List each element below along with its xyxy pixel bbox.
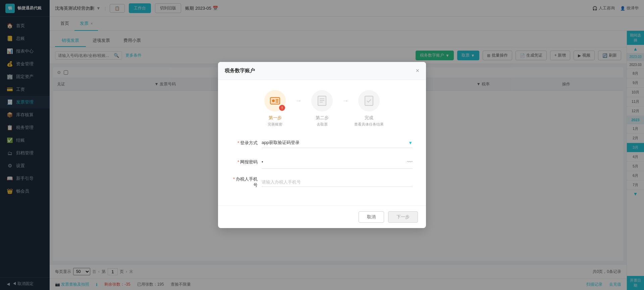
step-1-icon (269, 95, 281, 107)
login-method-value: app获取验证码登录 (262, 140, 300, 146)
step-2-title: 第二步 (316, 115, 329, 121)
modal-header: 税务数字账户 × (218, 62, 426, 80)
toggle-password-icon[interactable]: 〰 (407, 159, 413, 165)
password-field-wrap: 〰 (262, 155, 413, 169)
step-1-icon-wrap: ! (264, 90, 286, 112)
tax-digital-modal: 税务数字账户 × (218, 62, 426, 228)
modal-close-button[interactable]: × (416, 67, 419, 74)
steps-area: ! 第一步 完善账密 → (231, 90, 413, 127)
svg-rect-11 (365, 96, 373, 105)
login-method-select[interactable]: app获取验证码登录 ▼ (262, 138, 413, 148)
step-2: 第二步 去取票 (302, 90, 342, 127)
modal-footer: 取消 下一步 (218, 206, 426, 228)
step-3-icon-wrap (358, 90, 380, 112)
step-1-desc: 完善账密 (268, 122, 282, 127)
step-3-icon (363, 95, 375, 107)
step-1-badge: ! (279, 105, 285, 111)
step-arrow-1: → (295, 90, 302, 104)
login-method-label: 登录方式 (231, 140, 262, 146)
svg-point-2 (272, 99, 275, 102)
modal-overlay: 税务数字账户 × (0, 0, 644, 290)
modal-title: 税务数字账户 (225, 68, 255, 74)
step-1-title: 第一步 (269, 115, 282, 121)
step-2-icon (316, 95, 328, 107)
modal-body: ! 第一步 完善账密 → (218, 80, 426, 206)
password-input[interactable] (262, 157, 407, 166)
next-button[interactable]: 下一步 (388, 211, 418, 223)
password-row: 网报密码 〰 (231, 155, 413, 169)
step-2-icon-wrap (311, 90, 333, 112)
phone-row: 办税人手机号 (231, 176, 413, 188)
step-3-desc: 查看具体任务结果 (354, 122, 384, 127)
login-method-row: 登录方式 app获取验证码登录 ▼ (231, 138, 413, 148)
step-arrow-2: → (342, 90, 349, 104)
phone-input[interactable] (262, 177, 413, 187)
password-label: 网报密码 (231, 159, 262, 165)
step-3: 完成 查看具体任务结果 (349, 90, 389, 127)
step-1: ! 第一步 完善账密 (255, 90, 295, 127)
step-2-desc: 去取票 (317, 122, 328, 127)
dropdown-icon: ▼ (408, 140, 413, 145)
cancel-button[interactable]: 取消 (359, 211, 384, 223)
phone-label: 办税人手机号 (231, 176, 262, 188)
step-3-title: 完成 (365, 115, 373, 121)
